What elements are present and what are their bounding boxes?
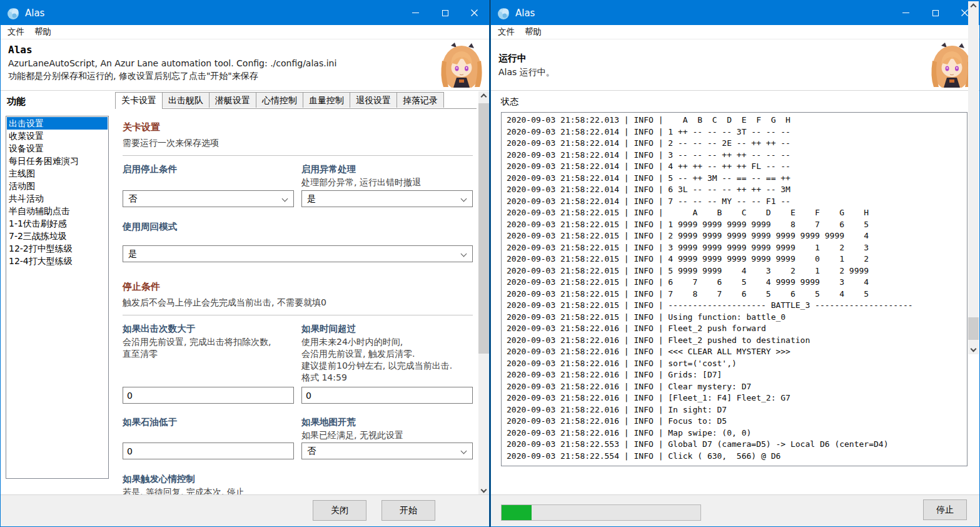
sidebar-item[interactable]: 半自动辅助点击 [7, 205, 108, 217]
scroll-down-button[interactable] [968, 344, 979, 354]
section-desc-stop: 触发后不会马上停止会先完成当前出击, 不需要就填0 [123, 297, 473, 309]
menu-item[interactable]: 帮助 [520, 25, 547, 39]
stop-button[interactable]: 停止 [923, 499, 967, 520]
maximize-button[interactable] [921, 1, 950, 25]
log-line: 2020-09-03 21:58:22.013 | INFO | A B C D… [507, 115, 954, 126]
titlebar[interactable]: Alas [1, 1, 489, 25]
sidebar-item[interactable]: 出击设置 [7, 117, 108, 130]
oil-input[interactable] [123, 443, 294, 459]
menu-item[interactable]: 文件 [493, 25, 520, 39]
titlebar[interactable]: Alas [491, 1, 979, 25]
start-button[interactable]: 开始 [381, 500, 435, 521]
sidebar-item[interactable]: 共斗活动 [7, 192, 108, 205]
tab[interactable]: 掉落记录 [397, 92, 444, 108]
menu-item[interactable]: 文件 [3, 25, 29, 39]
minimize-button[interactable] [891, 1, 921, 25]
sidebar-item[interactable]: 12-2打中型练级 [7, 242, 108, 255]
emergency-select[interactable]: 是 [301, 190, 473, 207]
log-line: 2020-09-03 21:58:22.015 | INFO | 2 9999 … [507, 230, 954, 242]
app-logo-icon [497, 6, 510, 20]
log-line: 2020-09-03 21:58:22.016 | INFO | <<< CLE… [507, 346, 954, 358]
field-desc-run-count: 会沿用先前设置, 完成出击将扣除次数, 直至清零 [123, 336, 294, 360]
field-label-emergency: 启用异常处理 [301, 163, 473, 175]
header: 运行中 Alas 运行中。 [491, 39, 979, 91]
sidebar-item[interactable]: 7-2三战拣垃圾 [7, 230, 108, 242]
menu-item[interactable]: 帮助 [29, 25, 56, 39]
log-line: 2020-09-03 21:58:22.015 | INFO | A B C D… [507, 207, 954, 219]
stop-condition-select[interactable]: 否 [123, 190, 294, 207]
sidebar-item[interactable]: 每日任务困难演习 [7, 155, 108, 167]
progress-fill [502, 505, 532, 520]
divider [123, 315, 473, 315]
tab[interactable]: 心情控制 [256, 92, 303, 108]
scroll-up-button[interactable] [478, 91, 489, 102]
sidebar-item[interactable]: 活动图 [7, 180, 108, 192]
log-line: 2020-09-03 21:58:22.015 | INFO | 3 9999 … [507, 242, 954, 254]
field-label-stop-condition: 启用停止条件 [123, 163, 294, 175]
log-line: 2020-09-03 21:58:22.014 | INFO | 3 -- --… [507, 150, 954, 161]
menu-bar: 文件帮助 [1, 25, 489, 39]
maximize-button[interactable] [430, 1, 460, 25]
maximize-icon [442, 10, 448, 16]
header: Alas AzurLaneAutoScript, An Azur Lane au… [1, 39, 489, 91]
time-limit-input[interactable] [301, 387, 473, 404]
function-list: 出击设置收菜设置设备设置每日任务困难演习主线图活动图共斗活动半自动辅助点击1-1… [6, 116, 109, 479]
tab[interactable]: 退役设置 [350, 92, 397, 108]
field-desc-emergency: 处理部分异常, 运行出错时撤退 [301, 177, 473, 188]
sidebar-item[interactable]: 主线图 [7, 167, 108, 180]
map-clear-select[interactable]: 否 [301, 443, 473, 459]
close-icon [471, 9, 478, 16]
tab-content: 关卡设置 需要运行一次来保存选项 启用停止条件 否 启用异常处理 处理部分异常,… [115, 108, 477, 495]
header-line1: AzurLaneAutoScript, An Azur Lane automat… [8, 58, 489, 68]
settings-scrollbar[interactable] [478, 91, 489, 495]
scrollbar-thumb[interactable] [968, 317, 979, 340]
log-line: 2020-09-03 21:58:22.015 | INFO | 4 9999 … [507, 253, 954, 265]
log-scrollbar[interactable] [968, 1, 979, 354]
map-clear-value: 否 [307, 446, 316, 457]
scroll-down-button[interactable] [478, 484, 489, 495]
field-desc-emotion: 若是, 等待回复, 完成本次, 停止 [123, 486, 473, 495]
app-logo-icon [6, 6, 20, 20]
field-desc-time-limit: 使用未来24小时内的时间, 会沿用先前设置, 触发后清零. 建议提前10分钟左右… [301, 336, 473, 384]
chevron-down-icon [481, 487, 487, 493]
log-line: 2020-09-03 21:58:22.016 | INFO | Map swi… [507, 427, 954, 439]
log-line: 2020-09-03 21:58:22.014 | INFO | 7 -- --… [507, 196, 954, 208]
loop-mode-value: 是 [128, 248, 137, 260]
sidebar-item[interactable]: 收菜设置 [7, 130, 108, 142]
scrollbar-thumb[interactable] [478, 103, 489, 354]
log-line: 2020-09-03 21:58:22.014 | INFO | 6 3L --… [507, 184, 954, 196]
section-title-stop: 停止条件 [123, 281, 473, 293]
field-label-run-count: 如果出击次数大于 [123, 323, 294, 335]
close-config-button[interactable]: 关闭 [313, 500, 366, 521]
tab[interactable]: 潜艇设置 [209, 92, 256, 108]
log-line: 2020-09-03 21:58:22.015 | INFO | -------… [507, 300, 954, 312]
maximize-icon [932, 10, 939, 16]
log-line: 2020-09-03 21:58:22.015 | INFO | 6 7 6 5… [507, 277, 954, 289]
run-count-input[interactable] [123, 387, 294, 404]
progress-bar [501, 504, 701, 521]
sidebar-item[interactable]: 12-4打大型练级 [7, 255, 108, 267]
log-line: 2020-09-03 21:58:22.014 | INFO | 2 -- --… [507, 138, 954, 150]
sidebar-item[interactable]: 1-1伏击刷好感 [7, 217, 108, 230]
field-desc-map-clear: 如果已经满足, 无视此设置 [301, 429, 473, 441]
log-line: 2020-09-03 21:58:22.014 | INFO | 1 ++ --… [507, 126, 954, 138]
log-line: 2020-09-03 21:58:22.016 | INFO | In sigh… [507, 404, 954, 416]
menu-bar: 文件帮助 [491, 25, 979, 39]
tab-bar: 关卡设置出击舰队潜艇设置心情控制血量控制退役设置掉落记录 [115, 92, 477, 108]
log-line: 2020-09-03 21:58:22.014 | INFO | 5 -- ++… [507, 173, 954, 185]
close-button[interactable] [460, 1, 489, 25]
log-line: 2020-09-03 21:58:22.016 | INFO | [Fleet_… [507, 392, 954, 404]
minimize-button[interactable] [401, 1, 430, 25]
chevron-down-icon [971, 346, 977, 352]
loop-mode-select[interactable]: 是 [123, 245, 473, 262]
log-line: 2020-09-03 21:58:22.016 | INFO | Fleet_2… [507, 323, 954, 335]
sidebar-item[interactable]: 设备设置 [7, 142, 108, 155]
log-line: 2020-09-03 21:58:22.553 | INFO | Global … [507, 439, 954, 451]
tab[interactable]: 出击舰队 [162, 92, 210, 108]
tab[interactable]: 血量控制 [303, 92, 350, 108]
scroll-up-button[interactable] [968, 1, 979, 12]
log-output[interactable]: 2020-09-03 21:58:22.013 | INFO | A B C D… [501, 112, 967, 466]
tab[interactable]: 关卡设置 [115, 92, 163, 109]
app-name: Alas [8, 44, 489, 56]
log-line: 2020-09-03 21:58:22.015 | INFO | Using f… [507, 312, 954, 324]
